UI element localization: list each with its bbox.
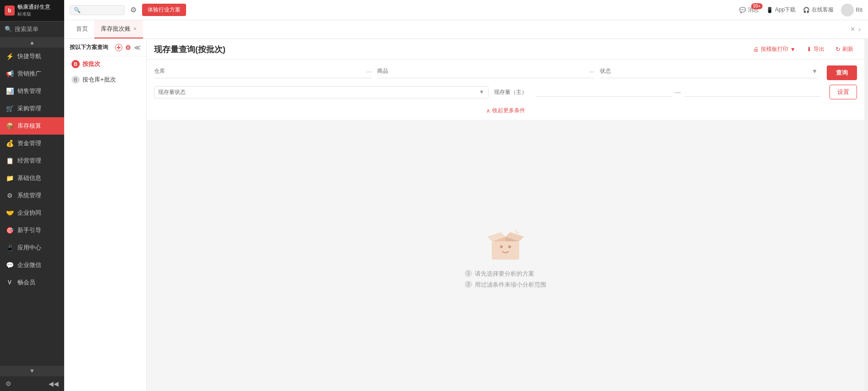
filter-results-wrapper: 仓库 ··· 商品 ··· 状态 <box>147 60 864 391</box>
sidebar-item-quick-nav[interactable]: ⚡ 快捷导航 <box>0 48 64 65</box>
online-service-btn[interactable]: 🎧 在线客服 <box>803 6 834 14</box>
avatar <box>841 4 854 16</box>
filter-row-1: 仓库 ··· 商品 ··· 状态 <box>154 65 857 80</box>
quantity-min-input[interactable] <box>535 88 671 97</box>
status-label: 状态 <box>600 67 627 75</box>
page-header-actions: 🖨 按模板打印 ▼ ⬇ 导出 ↻ 刷新 <box>749 43 857 55</box>
basic-icon: 📁 <box>5 174 14 182</box>
goods-label: 商品 <box>377 67 405 75</box>
empty-state: 1 请先选择要分析的方案 2 用过滤条件来缩小分析范围 <box>147 120 864 391</box>
warehouse-label: 仓库 <box>154 67 181 75</box>
svg-rect-0 <box>492 241 519 260</box>
sidebar-item-operations[interactable]: 📋 经营管理 <box>0 152 64 169</box>
phone-icon: 📱 <box>766 7 773 13</box>
main-area: 🔍 ⚙ 体验行业方案 💬 消息 99+ 📱 App下载 🎧 在线客服 Rit <box>64 0 868 391</box>
tab-home[interactable]: 首页 <box>70 20 94 38</box>
topbar-search-icon: 🔍 <box>74 7 81 13</box>
app-name: 畅康通好生意 <box>17 4 50 11</box>
plan-icon-batch: B <box>71 60 80 68</box>
operations-icon: 📋 <box>5 157 14 165</box>
sidebar-item-inventory[interactable]: 📦 库存核算 <box>0 117 64 135</box>
warehouse-more-icon[interactable]: ··· <box>366 68 372 75</box>
user-avatar-btn[interactable]: Rit <box>841 4 863 16</box>
guide-icon: 🎯 <box>5 226 14 234</box>
svg-point-5 <box>500 245 503 248</box>
sidebar-item-guide[interactable]: 🎯 新手引导 <box>0 222 64 239</box>
tab-close-icon[interactable]: × <box>133 26 137 32</box>
left-panel-header: 按以下方案查询 + ⚙ ≪ <box>64 39 146 56</box>
empty-illustration <box>485 223 526 264</box>
warehouse-input[interactable] <box>184 68 363 75</box>
plan-icon-warehouse-batch: B <box>71 76 80 84</box>
print-arrow-icon[interactable]: ▼ <box>790 46 796 53</box>
quick-nav-icon: ⚡ <box>5 52 14 60</box>
collapse-btn[interactable]: ∧ 收起更多条件 <box>154 104 857 114</box>
sidebar-item-app-center[interactable]: 📱 应用中心 <box>0 239 64 256</box>
purchase-icon: 🛒 <box>5 104 14 113</box>
plan-by-batch[interactable]: B 按批次 <box>64 56 146 72</box>
print-icon: 🖨 <box>753 46 759 53</box>
tabs-right-arrow-icon[interactable]: › <box>857 24 863 35</box>
app-version: 标准版 <box>17 11 50 17</box>
member-icon: V <box>5 278 14 287</box>
tip-num-1: 1 <box>465 270 472 277</box>
sidebar-item-enterprise[interactable]: 🤝 企业协同 <box>0 204 64 222</box>
sidebar-item-sales[interactable]: 📊 销售管理 <box>0 82 64 100</box>
inventory-status-arrow-icon: ▼ <box>479 89 484 95</box>
sidebar-item-finance[interactable]: 💰 资金管理 <box>0 135 64 152</box>
quantity-max-input[interactable] <box>685 88 821 97</box>
app-logo: b <box>5 5 15 16</box>
tabs-bar: 首页 库存批次账 × × › <box>64 20 868 39</box>
tabs-right-close-icon[interactable]: × <box>849 23 857 35</box>
goods-input[interactable] <box>407 68 587 75</box>
content-area: 按以下方案查询 + ⚙ ≪ B 按批次 B 按仓库+批次 现存量查询(按批次) <box>64 39 868 391</box>
topbar-gear-icon[interactable]: ⚙ <box>128 4 138 16</box>
topbar-right: 💬 消息 99+ 📱 App下载 🎧 在线客服 Rit <box>739 4 863 16</box>
collapse-panel-icon[interactable]: ≪ <box>134 44 141 51</box>
svg-line-7 <box>515 230 517 232</box>
add-plan-icon[interactable]: + <box>115 44 122 51</box>
experience-btn[interactable]: 体验行业方案 <box>142 4 186 16</box>
finance-icon: 💰 <box>5 139 14 147</box>
sidebar-scroll-up[interactable]: ▲ <box>0 38 64 48</box>
wechat-icon: 💬 <box>5 261 14 269</box>
right-scrollbar[interactable] <box>864 39 868 391</box>
sales-icon: 📊 <box>5 87 14 95</box>
query-btn[interactable]: 查询 <box>827 65 857 80</box>
sidebar-item-system[interactable]: ⚙ 系统管理 <box>0 187 64 204</box>
topbar-search-box[interactable]: 🔍 <box>70 5 125 15</box>
export-btn[interactable]: ⬇ 导出 <box>803 43 828 55</box>
sidebar-header: b 畅康通好生意 标准版 <box>0 0 64 22</box>
filter-row-2: 现存量状态 ▼ 现存量（主） — 设置 <box>154 85 857 99</box>
system-icon: ⚙ <box>5 191 14 200</box>
marketing-icon: 📢 <box>5 70 14 78</box>
page-title: 现存量查询(按批次) <box>154 44 225 55</box>
sidebar-scroll-down[interactable]: ▼ <box>0 366 64 376</box>
export-icon: ⬇ <box>807 46 812 53</box>
footer-collapse-icon[interactable]: ◀◀ <box>49 380 59 387</box>
plan-by-warehouse-batch[interactable]: B 按仓库+批次 <box>64 72 146 87</box>
sidebar-item-member[interactable]: V 畅会员 <box>0 274 64 291</box>
settings-plan-icon[interactable]: ⚙ <box>125 44 131 51</box>
tab-inventory-batch[interactable]: 库存批次账 × <box>94 20 143 38</box>
messages-icon: 💬 <box>739 7 746 13</box>
print-btn[interactable]: 🖨 按模板打印 ▼ <box>749 43 799 55</box>
sidebar-item-marketing[interactable]: 📢 营销推广 <box>0 65 64 82</box>
refresh-btn[interactable]: ↻ 刷新 <box>832 43 857 55</box>
messages-btn[interactable]: 💬 消息 99+ <box>739 6 759 14</box>
empty-tips: 1 请先选择要分析的方案 2 用过滤条件来缩小分析范围 <box>465 270 546 289</box>
sidebar-item-purchase[interactable]: 🛒 采购管理 <box>0 100 64 117</box>
sidebar-search[interactable]: 🔍 搜索菜单 <box>0 22 64 38</box>
filter-area: 仓库 ··· 商品 ··· 状态 <box>147 60 864 120</box>
goods-more-icon[interactable]: ··· <box>589 68 595 75</box>
sidebar-item-basic[interactable]: 📁 基础信息 <box>0 169 64 187</box>
status-arrow-icon[interactable]: ▼ <box>812 68 818 75</box>
inventory-status-select[interactable]: 现存量状态 ▼ <box>154 86 489 98</box>
sidebar: b 畅康通好生意 标准版 🔍 搜索菜单 ▲ ⚡ 快捷导航 📢 营销推广 📊 销售… <box>0 0 64 391</box>
app-name-block: 畅康通好生意 标准版 <box>17 4 50 17</box>
sidebar-item-wechat[interactable]: 💬 企业微信 <box>0 256 64 274</box>
footer-settings-icon[interactable]: ⚙ <box>5 380 11 387</box>
app-download-btn[interactable]: 📱 App下载 <box>766 6 796 14</box>
settings-btn[interactable]: 设置 <box>830 85 857 99</box>
refresh-icon: ↻ <box>835 46 841 53</box>
